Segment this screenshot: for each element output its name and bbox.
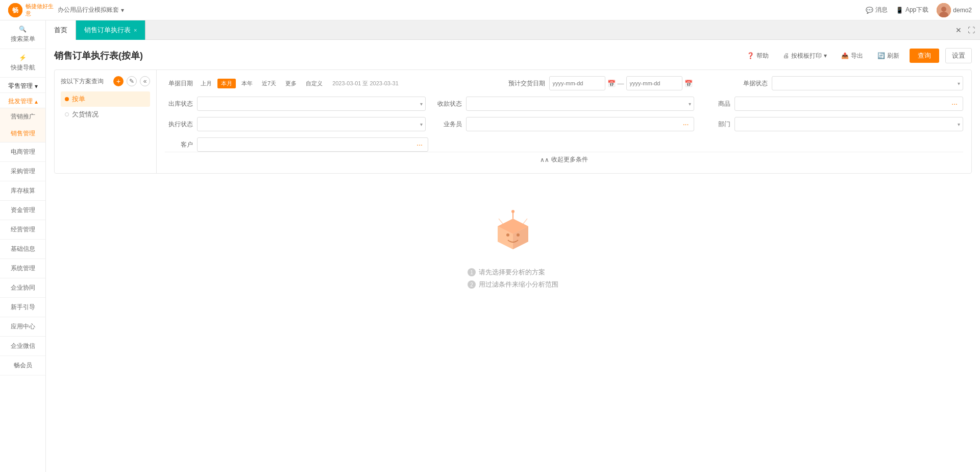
sidebar-sub-item-marketing[interactable]: 营销推广	[0, 108, 45, 125]
user-avatar[interactable]: demo2	[937, 3, 972, 17]
goods-input[interactable]: ···	[734, 97, 963, 111]
calendar-end-icon[interactable]: 📅	[684, 80, 693, 87]
date-tag-this-month[interactable]: 本月	[217, 79, 236, 88]
salesperson-ellipsis-icon[interactable]: ···	[681, 120, 691, 128]
filter-field-expected-date: 预计交货日期 📅 — 📅	[508, 76, 732, 90]
filter-nav-item-order[interactable]: 按单	[61, 91, 150, 107]
exec-status-arrow-icon: ▾	[420, 122, 423, 127]
sidebar-item-newbie[interactable]: 新手引导	[0, 298, 45, 317]
date-tag-custom[interactable]: 自定义	[302, 79, 326, 88]
sidebar-item-operations[interactable]: 经营管理	[0, 220, 45, 240]
filter-left-controls: + ✎ «	[113, 76, 150, 86]
dept-arrow-icon: ▾	[958, 122, 960, 127]
filter-nav-item-shortage[interactable]: 欠货情况	[61, 107, 150, 122]
empty-state: 1 请先选择要分析的方案 2 用过滤条件来缩小分析范围	[54, 178, 972, 320]
out-status-display[interactable]	[197, 97, 426, 111]
expected-date-group: 📅 — 📅	[549, 76, 693, 90]
expected-date-label: 预计交货日期	[508, 79, 545, 88]
tab-sales-exec[interactable]: 销售订单执行表 ×	[76, 20, 145, 40]
sidebar-item-basic[interactable]: 基础信息	[0, 240, 45, 259]
sidebar-sub-item-sales[interactable]: 销售管理	[0, 125, 45, 142]
sidebar-item-system[interactable]: 系统管理	[0, 259, 45, 278]
sidebar-item-quicknav[interactable]: ⚡ 快捷导航	[0, 49, 45, 78]
filter-edit-button[interactable]: ✎	[127, 76, 137, 86]
top-header: 畅 畅捷做好生意 办公用品行业模拟账套 ▾ 💬 消息 📱 App下载	[0, 0, 980, 20]
goods-label: 商品	[702, 100, 730, 108]
dept-select[interactable]: ▾	[734, 117, 963, 131]
calendar-start-icon[interactable]: 📅	[607, 80, 616, 87]
payment-status-display[interactable]	[466, 97, 695, 111]
svg-point-3	[941, 7, 946, 12]
sidebar-item-search[interactable]: 🔍 搜索菜单	[0, 20, 45, 49]
tab-home[interactable]: 首页	[46, 20, 76, 40]
sidebar-sub-wholesale: 营销推广 销售管理	[0, 108, 45, 143]
refresh-button[interactable]: 🔄 刷新	[873, 50, 903, 62]
breadcrumb-arrow-icon[interactable]: ▾	[121, 7, 124, 14]
export-button[interactable]: 📤 导出	[837, 50, 867, 62]
out-status-label: 出库状态	[165, 100, 193, 108]
goods-ellipsis-icon[interactable]: ···	[949, 100, 960, 108]
customer-ellipsis-icon[interactable]: ···	[414, 140, 425, 149]
doc-status-label: 单据状态	[740, 79, 768, 88]
expected-date-end-input[interactable]	[626, 76, 682, 90]
empty-tip-1: 1 请先选择要分析的方案	[468, 268, 558, 277]
customer-label: 客户	[165, 140, 193, 149]
expected-date-start-input[interactable]	[549, 76, 605, 90]
export-icon: 📤	[841, 52, 849, 59]
exec-status-display[interactable]	[197, 117, 426, 131]
sidebar-item-purchase[interactable]: 采购管理	[0, 162, 45, 181]
sidebar-item-vip[interactable]: 畅会员	[0, 356, 45, 375]
tab-close-window-icon[interactable]: ✕	[954, 25, 963, 35]
help-icon: ❓	[747, 52, 754, 59]
doc-status-display[interactable]	[772, 76, 963, 90]
filter-row-3: 执行状态 ▾ 业务员 ···	[165, 117, 963, 131]
tab-controls: ✕ ⛶	[954, 25, 980, 35]
filter-row-1: 单据日期 上月 本月 本年 近7天 更多 自定义 2023-03-01 至 20…	[165, 76, 963, 90]
avatar	[937, 3, 951, 17]
collapse-up-icon: ∧∧	[540, 156, 549, 163]
date-tag-more[interactable]: 更多	[282, 79, 300, 88]
filter-left-title: 按以下方案查询 + ✎ «	[61, 76, 150, 86]
settings-button[interactable]: 设置	[945, 48, 972, 63]
svg-point-12	[511, 210, 514, 213]
tab-maximize-icon[interactable]: ⛶	[967, 25, 976, 35]
header-right: 💬 消息 📱 App下载 demo2	[866, 3, 972, 17]
filter-field-goods: 商品 ···	[702, 97, 963, 111]
dept-display[interactable]	[734, 117, 963, 131]
doc-status-select[interactable]: ▾	[772, 76, 963, 90]
svg-text:畅: 畅	[12, 7, 18, 14]
search-icon: 🔍	[19, 26, 27, 33]
query-button[interactable]: 查询	[910, 49, 939, 63]
filter-row-4: 客户 ···	[165, 137, 963, 152]
sidebar-item-ecommerce[interactable]: 电商管理	[0, 143, 45, 162]
customer-input[interactable]: ···	[197, 137, 428, 152]
header-left: 畅 畅捷做好生意 办公用品行业模拟账套 ▾	[8, 3, 124, 17]
sidebar-item-wholesale[interactable]: 批发管理 ▴	[0, 93, 45, 108]
sidebar-item-finance[interactable]: 资金管理	[0, 201, 45, 220]
sidebar-item-retail[interactable]: 零售管理 ▾	[0, 78, 45, 93]
tab-close-icon[interactable]: ×	[134, 27, 137, 33]
sidebar-item-wechat[interactable]: 企业微信	[0, 337, 45, 356]
salesperson-input[interactable]: ···	[466, 117, 695, 131]
date-tag-last-month[interactable]: 上月	[197, 79, 215, 88]
date-tag-7days[interactable]: 近7天	[258, 79, 280, 88]
date-tag-this-year[interactable]: 本年	[238, 79, 256, 88]
sidebar-item-apps[interactable]: 应用中心	[0, 317, 45, 337]
message-button[interactable]: 💬 消息	[866, 6, 888, 14]
doc-status-arrow-icon: ▾	[958, 81, 960, 86]
filter-add-button[interactable]: +	[113, 76, 124, 86]
sidebar-item-inventory[interactable]: 库存核算	[0, 181, 45, 201]
tip-num-1: 1	[468, 268, 476, 276]
app-download-button[interactable]: 📱 App下载	[896, 6, 928, 14]
payment-status-select[interactable]: ▾	[466, 97, 695, 111]
svg-point-9	[506, 233, 509, 237]
collapse-bar[interactable]: ∧∧ 收起更多条件	[165, 152, 963, 167]
nav-dot-active-icon	[65, 97, 69, 101]
salesperson-label: 业务员	[434, 120, 462, 129]
filter-collapse-button[interactable]: «	[140, 76, 150, 86]
help-button[interactable]: ❓ 帮助	[743, 50, 773, 62]
print-button[interactable]: 🖨 按模板打印 ▾	[779, 50, 831, 62]
sidebar-item-enterprise[interactable]: 企业协同	[0, 278, 45, 298]
out-status-select[interactable]: ▾	[197, 97, 426, 111]
exec-status-select[interactable]: ▾	[197, 117, 426, 131]
